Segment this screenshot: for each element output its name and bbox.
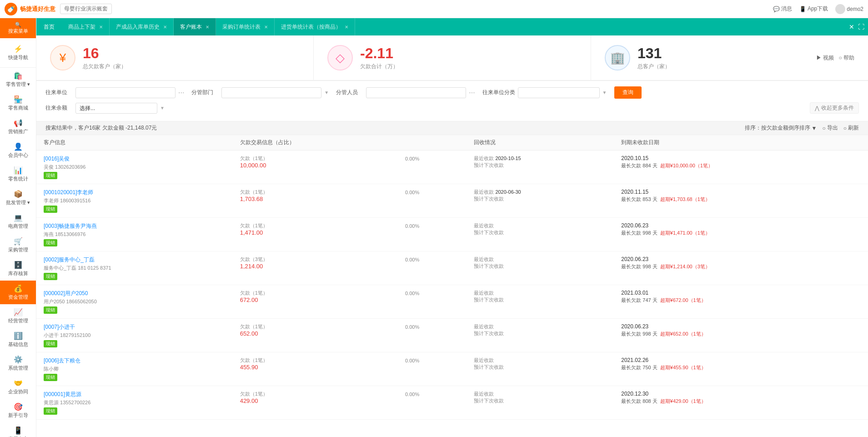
debt-amount-6[interactable]: 455.90: [240, 364, 391, 371]
sidebar-item-quick-nav[interactable]: ⚡ 快捷导航: [0, 41, 36, 65]
dept-input[interactable]: [221, 87, 321, 98]
debt-amount-5[interactable]: 652.00: [240, 330, 391, 337]
sidebar-item-app-center[interactable]: 📱 应用中心: [0, 422, 36, 437]
customer-name-link-0[interactable]: [0016]吴俊: [44, 156, 70, 162]
sidebar-item-retail-mgmt[interactable]: 🛍️ 零售管理 ▾: [0, 68, 36, 91]
recent-collect-label-0: 最近收款: [474, 156, 494, 161]
tab-home[interactable]: 首页: [36, 18, 62, 35]
app-download-link[interactable]: 📱 App下载: [799, 5, 828, 13]
debt-customers-number: 16: [83, 45, 126, 62]
cell-collect-status-6: 最近收款 预计下次收款: [467, 352, 614, 386]
tab-close-all[interactable]: ✕: [849, 23, 854, 30]
debt-amount-3[interactable]: 1,214.00: [240, 263, 391, 270]
close-tab-purchase-stats-by-product[interactable]: ✕: [345, 25, 348, 30]
logo-text: 畅捷通好生意: [20, 5, 55, 13]
overdue-link-0[interactable]: 超期¥10,000.00（1笔）: [660, 163, 713, 168]
tab-production-history[interactable]: 产成品入库单历史 ✕: [110, 18, 174, 35]
sidebar-item-system[interactable]: ⚙️ 系统管理: [0, 352, 36, 375]
customer-badge-2: 现销: [44, 239, 57, 246]
overdue-link-5[interactable]: 超期¥652.00（1笔）: [660, 331, 706, 337]
close-tab-purchase-order-stats[interactable]: ✕: [264, 25, 268, 30]
unit-category-arrow[interactable]: ▼: [602, 90, 607, 95]
customer-name-link-3[interactable]: [0002]服务中心_丁磊: [44, 256, 95, 263]
tab-customer-account[interactable]: 客户账本 ✕: [174, 18, 216, 35]
sort-control[interactable]: 排序：按欠款金额倒序排序 ▼: [745, 124, 817, 132]
debt-ratio-3: 0.00%: [405, 257, 459, 262]
customer-badge-0: 现销: [44, 172, 57, 179]
close-tab-customer-account[interactable]: ✕: [206, 25, 209, 30]
overdue-link-2[interactable]: 超期¥1,471.00（1笔）: [660, 230, 710, 236]
table-row: [000002]用户2050 用户2050 18665062050 现销 欠款（…: [36, 285, 868, 319]
sidebar-search[interactable]: 🔍 搜索菜单: [0, 18, 36, 38]
close-tab-product-listing[interactable]: ✕: [99, 25, 103, 30]
tab-purchase-order-stats[interactable]: 采购订单统计表 ✕: [216, 18, 275, 35]
sidebar-item-guide[interactable]: 🎯 新手引导: [0, 399, 36, 422]
debt-desc-7: 欠款（1笔）: [240, 391, 391, 397]
debt-desc-3: 欠款（3笔）: [240, 256, 391, 263]
from-unit-input[interactable]: [75, 87, 176, 98]
debt-amount-4[interactable]: 672.00: [240, 296, 391, 303]
max-overdue-4: 最长欠款 747 天: [621, 297, 657, 303]
logo-area: 🍼 畅捷通好生意: [5, 3, 55, 15]
customer-name-link-2[interactable]: [0003]畅捷服务尹海燕: [44, 223, 97, 229]
debt-amount-1[interactable]: 1,703.68: [240, 196, 391, 202]
sidebar-item-marketing[interactable]: 📢 营销推广: [0, 115, 36, 139]
overdue-link-1[interactable]: 超期¥1,703.68（1笔）: [660, 196, 710, 202]
customer-name-link-7[interactable]: [000001]黄思源: [44, 391, 81, 397]
overdue-link-7[interactable]: 超期¥429.00（1笔）: [660, 398, 706, 404]
debt-desc-6: 欠款（1笔）: [240, 357, 391, 364]
table-container: 客户信息 欠款交易信息（占比） 回收情况 到期未收款日期 [0016]吴俊 吴俊…: [36, 135, 868, 437]
sidebar-item-wholesale[interactable]: 📦 批发管理 ▾: [0, 186, 36, 210]
export-btn[interactable]: ○ 导出: [823, 124, 838, 132]
sidebar-item-finance[interactable]: 💰 资金管理: [0, 281, 36, 304]
sidebar-item-purchase[interactable]: 🛒 采购管理: [0, 233, 36, 257]
customer-name-link-4[interactable]: [000002]用户2050: [44, 290, 88, 296]
overdue-link-3[interactable]: 超期¥1,214.00（3笔）: [660, 264, 710, 269]
refresh-btn[interactable]: ○ 刷新: [843, 124, 859, 132]
unit-category-input[interactable]: [518, 87, 600, 98]
from-unit-dots[interactable]: ···: [178, 89, 184, 97]
debt-amount-7[interactable]: 429.00: [240, 397, 391, 404]
customer-badge-4: 现销: [44, 306, 57, 314]
person-input[interactable]: [366, 87, 466, 98]
help-btn[interactable]: ○ 帮助: [838, 54, 854, 62]
customer-name-link-5[interactable]: [0007]小进干: [44, 324, 75, 330]
table-row: [0016]吴俊 吴俊 13026203696 现销 欠款（1笔） 10,000…: [36, 151, 868, 184]
filter-person: 分管人员 ···: [336, 87, 475, 98]
sidebar-item-retail-mall[interactable]: 🏪 零售商城: [0, 91, 36, 115]
customer-name-link-1[interactable]: [0001020001]李老师: [44, 189, 93, 196]
message-link[interactable]: 💬 消息: [773, 5, 792, 13]
tab-product-listing[interactable]: 商品上下架 ✕: [62, 18, 110, 35]
max-overdue-1: 最长欠款 853 天: [621, 196, 657, 202]
person-dots[interactable]: ···: [469, 89, 475, 97]
max-overdue-2: 最长欠款 998 天: [621, 230, 657, 236]
user-menu[interactable]: demo2: [835, 4, 863, 14]
video-help-btn[interactable]: ▶ 视频: [816, 54, 834, 62]
sidebar-item-enterprise[interactable]: 🤝 企业协同: [0, 375, 36, 399]
collapse-filter-btn[interactable]: ⋀ 收起更多条件: [810, 102, 859, 114]
customer-badge-6: 现销: [44, 374, 57, 381]
cell-collect-status-3: 最近收款 预计下次收款: [467, 251, 614, 285]
dept-arrow[interactable]: ▼: [324, 90, 329, 95]
sidebar-item-basic-info[interactable]: ℹ️ 基础信息: [0, 328, 36, 352]
tab-purchase-stats-by-product[interactable]: 进货单统计表（按商品） ✕: [275, 18, 355, 35]
customer-name-link-6[interactable]: [0006]去下粮仓: [44, 357, 80, 364]
sidebar-item-ops[interactable]: 📈 经营管理: [0, 304, 36, 328]
sidebar-item-member[interactable]: 👤 会员中心: [0, 139, 36, 162]
sidebar-item-retail-stats[interactable]: 📊 零售统计: [0, 162, 36, 186]
debt-amount-2[interactable]: 1,471.00: [240, 229, 391, 236]
cell-debt-desc-5: 欠款（1笔） 652.00: [233, 319, 398, 352]
sidebar-item-ecommerce[interactable]: 💻 电商管理: [0, 210, 36, 233]
store-selector[interactable]: 母婴行业演示账套: [60, 4, 112, 14]
customer-phone-0: 吴俊 13026203696: [44, 164, 226, 171]
overdue-link-4[interactable]: 超期¥672.00（1笔）: [660, 297, 706, 303]
debt-amount-0[interactable]: 10,000.00: [240, 162, 391, 169]
sidebar-item-inventory[interactable]: 🗄️ 库存核算: [0, 257, 36, 281]
debt-ratio-5: 0.00%: [405, 324, 459, 330]
balance-select[interactable]: 选择...: [75, 103, 157, 114]
overdue-link-6[interactable]: 超期¥455.90（1笔）: [660, 365, 706, 370]
close-tab-production-history[interactable]: ✕: [163, 25, 167, 30]
query-button[interactable]: 查询: [614, 86, 642, 99]
tab-fullscreen[interactable]: ⛶: [858, 23, 864, 30]
cell-debt-ratio-6: 0.00%: [398, 352, 467, 386]
